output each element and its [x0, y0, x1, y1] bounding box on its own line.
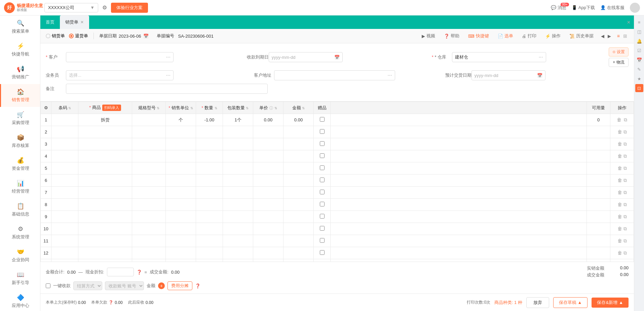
select-btn[interactable]: 📄 选单: [495, 32, 516, 40]
row-gift-1[interactable]: [314, 114, 331, 126]
amount-sort-icon[interactable]: ⇅: [302, 106, 305, 110]
copy-icon[interactable]: ⧉: [623, 250, 627, 256]
copy-icon[interactable]: ⧉: [623, 226, 627, 231]
spec-sort-icon[interactable]: ⇅: [157, 106, 159, 110]
right-panel-btn-6[interactable]: ✎: [635, 65, 643, 73]
salesperson-dots-icon[interactable]: ···: [166, 72, 171, 78]
price-info-icon[interactable]: ⓘ: [269, 106, 273, 110]
delete-icon[interactable]: 🗑: [617, 165, 622, 171]
customer-addr-input[interactable]: ···: [274, 70, 395, 80]
copy-icon[interactable]: ⧉: [623, 202, 627, 207]
copy-icon[interactable]: ⧉: [623, 141, 627, 147]
barcode-sort-icon[interactable]: ⇅: [68, 106, 71, 110]
logistics-button[interactable]: + 物流: [609, 58, 629, 67]
row-amount-1[interactable]: 0.00: [283, 114, 314, 126]
total-owed-info-icon[interactable]: ❓: [109, 300, 113, 305]
tab-close-icon[interactable]: ✕: [80, 20, 84, 25]
discard-button[interactable]: 放弃: [526, 297, 549, 308]
app-download-btn[interactable]: 📱 App下载: [572, 5, 595, 11]
delete-icon[interactable]: 🗑: [617, 190, 622, 195]
delete-icon[interactable]: 🗑: [617, 141, 622, 147]
th-settings[interactable]: ⚙: [41, 102, 51, 114]
sidebar-item-appstore[interactable]: 🔷 应用中心: [0, 290, 40, 311]
company-selector[interactable]: XXXXXX公司 ▼: [44, 3, 98, 12]
sidebar-item-sales[interactable]: 🏠 销售管理: [0, 84, 40, 107]
save-new-button[interactable]: 保存&新增 ▲: [592, 298, 629, 308]
sidebar-item-basics[interactable]: 📋 基础信息: [0, 198, 40, 221]
copy-icon[interactable]: ⧉: [623, 190, 627, 195]
row-spec-1[interactable]: [132, 114, 166, 126]
delete-icon[interactable]: 🗑: [617, 214, 622, 219]
tab-close-all-icon[interactable]: ✕: [623, 20, 634, 25]
customer-dots-icon[interactable]: ···: [166, 54, 171, 60]
delete-icon[interactable]: 🗑: [617, 226, 622, 231]
row-unit-1[interactable]: 个: [166, 114, 196, 126]
tab-home[interactable]: 首页: [40, 15, 60, 29]
date-value[interactable]: 2023-06-06: [119, 34, 141, 39]
right-panel-btn-3[interactable]: 🔔: [635, 37, 643, 45]
settings-icon[interactable]: ⚙: [102, 4, 107, 11]
sidebar-item-collab[interactable]: 🤝 企业协同: [0, 244, 40, 267]
delete-icon[interactable]: 🗑: [617, 153, 622, 159]
salesperson-input[interactable]: 选择... ···: [66, 70, 174, 80]
delete-icon[interactable]: 🗑: [617, 250, 622, 256]
delivery-date-input[interactable]: yyyy-mm-dd 📅: [471, 70, 545, 80]
radio-sale-order[interactable]: 销货单: [46, 33, 65, 39]
delete-icon[interactable]: 🗑: [617, 238, 622, 243]
row-notes-1[interactable]: [331, 114, 587, 126]
list-view-icon[interactable]: ≡: [616, 33, 621, 39]
avatar[interactable]: [630, 3, 640, 13]
payment-method-select[interactable]: 结算方式: [73, 281, 102, 290]
payment-checkbox[interactable]: [46, 283, 50, 288]
delete-icon[interactable]: 🗑: [617, 178, 622, 183]
right-panel-btn-7[interactable]: ★: [635, 75, 643, 83]
radio-return-order[interactable]: 退货单: [69, 33, 88, 39]
copy-icon[interactable]: ⧉: [623, 129, 627, 134]
price-sort-icon[interactable]: ⇅: [274, 106, 277, 110]
message-btn[interactable]: 💬 消息 99+: [551, 5, 566, 11]
copy-icon[interactable]: ⧉: [623, 214, 627, 219]
save-draft-button[interactable]: 保存草稿 ▲: [553, 297, 588, 308]
video-btn[interactable]: ▶ 视频: [419, 32, 438, 40]
delete-icon[interactable]: 🗑: [617, 202, 622, 207]
right-panel-btn-1[interactable]: ≡: [635, 18, 643, 26]
delete-icon[interactable]: 🗑: [617, 129, 622, 134]
copy-icon[interactable]: ⧉: [623, 238, 627, 243]
customer-addr-dots-icon[interactable]: ···: [387, 72, 392, 78]
question-icon[interactable]: ❓: [137, 270, 142, 275]
row-unit-price-1[interactable]: 0.00: [253, 114, 283, 126]
sidebar-item-inventory[interactable]: 📦 库存核算: [0, 130, 40, 153]
shortcut-btn[interactable]: ⌨ 快捷键: [465, 32, 492, 40]
sidebar-item-system[interactable]: ⚙ 系统管理: [0, 221, 40, 244]
copy-icon[interactable]: ⧉: [623, 178, 627, 183]
calendar-icon[interactable]: 📅: [143, 34, 149, 39]
row-qty-1[interactable]: -1.00: [196, 114, 223, 126]
delete-row-1-icon[interactable]: 🗑: [617, 117, 621, 122]
operate-btn[interactable]: ⚡ 操作: [542, 32, 563, 40]
copy-icon[interactable]: ⧉: [623, 165, 627, 171]
right-panel-btn-8[interactable]: ⊡: [635, 84, 643, 92]
print-btn[interactable]: 🖨 打印: [519, 32, 539, 40]
notes-input[interactable]: [66, 84, 268, 94]
right-panel-btn-2[interactable]: ◫: [635, 28, 643, 36]
copy-row-1-icon[interactable]: ⧉: [624, 117, 627, 122]
trial-button[interactable]: 体验行业方案: [111, 3, 148, 13]
discount-input[interactable]: [107, 268, 134, 276]
unit-sort-icon[interactable]: ⇅: [190, 106, 193, 110]
warehouse-dots-icon[interactable]: ···: [538, 54, 543, 60]
sidebar-item-finance[interactable]: 💰 资金管理: [0, 153, 40, 176]
warehouse-input[interactable]: 建材仓 ···: [452, 52, 546, 62]
copy-icon[interactable]: ⧉: [623, 153, 627, 159]
tab-sales-order[interactable]: 销货单 ✕: [60, 15, 89, 29]
next-arrow-icon[interactable]: ▶: [606, 33, 612, 39]
doc-num-value[interactable]: SA-20230606-001: [178, 34, 214, 39]
online-service-btn[interactable]: 👤 在线客服: [600, 5, 624, 11]
sidebar-item-operations[interactable]: 📊 经营管理: [0, 176, 40, 198]
scan-barcode-button[interactable]: 扫码录入: [102, 105, 121, 111]
row-pack-qty-1[interactable]: 1个: [223, 114, 253, 126]
right-panel-btn-5[interactable]: 📅: [635, 56, 643, 64]
sidebar-item-search[interactable]: 🔍 搜索菜单: [0, 15, 40, 38]
doc-settings-button[interactable]: ⊙ 设置: [609, 47, 629, 56]
expense-split-button[interactable]: 费用分摊: [167, 281, 192, 290]
sidebar-item-purchase[interactable]: 🛒 采购管理: [0, 107, 40, 130]
